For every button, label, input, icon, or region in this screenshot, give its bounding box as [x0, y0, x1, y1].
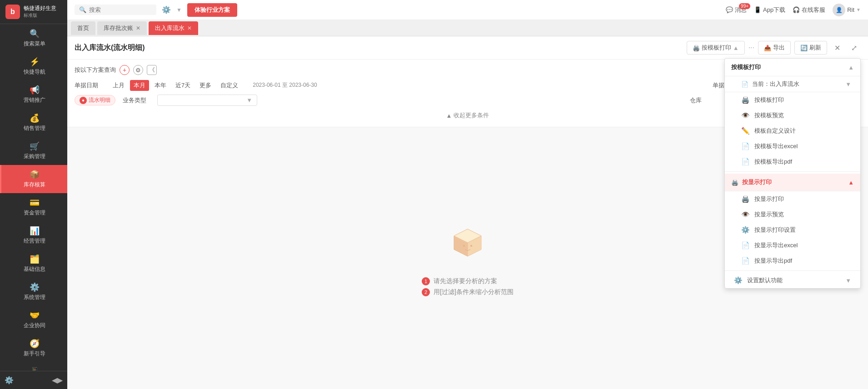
dropdown-item-display-export-excel[interactable]: 📄 按显示导出excel [725, 238, 860, 253]
dropdown-item-default-func-label: 设置默认功能 [747, 276, 783, 284]
dropdown-item-display-export-pdf[interactable]: 📄 按显示导出pdf [725, 253, 860, 269]
more-options-icon[interactable]: ··· [748, 44, 754, 52]
export-icon: 📤 [764, 45, 771, 51]
date-tab-this-year[interactable]: 本年 [151, 80, 170, 91]
step-2-num: 2 [422, 288, 430, 296]
sidebar: b 畅捷通好生意 标准版 🔍 搜索菜单 ⚡ 快捷导航 📢 营销推广 💰 [0, 0, 67, 389]
sidebar-item-purchase[interactable]: 🛒 采购管理 [0, 137, 67, 165]
export-button[interactable]: 📤 导出 [758, 41, 791, 55]
settings-bottom-icon[interactable]: ⚙️ [5, 376, 14, 384]
sidebar-item-cooperation[interactable]: 🤝 企业协同 [0, 306, 67, 334]
filter-settings-button[interactable]: ⚙ [133, 65, 143, 75]
dropdown-item-template-preview[interactable]: 👁️ 按模板预览 [725, 108, 860, 123]
topbar-chevron-icon[interactable]: ▼ [176, 7, 182, 13]
date-tab-last-month[interactable]: 上月 [109, 80, 128, 91]
filter-title-text: 按以下方案查询 [75, 66, 116, 74]
sidebar-item-base-info[interactable]: 🗂️ 基础信息 [0, 249, 67, 278]
system-icon: ⚙️ [30, 282, 40, 292]
tab-batch-account-close-icon[interactable]: ✕ [136, 25, 140, 31]
business-type-label: 业务类型 [123, 96, 150, 105]
collapse-sidebar-icon[interactable]: ◀▶ [52, 376, 63, 384]
sidebar-item-operations[interactable]: 📊 经营管理 [0, 221, 67, 249]
dropdown-item-display-preview-label: 按显示预览 [754, 210, 784, 219]
close-page-icon[interactable]: ✕ [831, 42, 844, 54]
business-type-select[interactable]: ▼ [157, 95, 257, 106]
template-print-button[interactable]: 🖨️ 按模板打印 ▲ [687, 41, 745, 55]
empty-steps: 1 请先选择要分析的方案 2 用[过滤]条件来缩小分析范围 [422, 277, 514, 299]
dropdown-item-template-export-excel-label: 按模板导出excel [754, 142, 798, 150]
expand-icon[interactable]: ⤢ [848, 42, 861, 54]
filter-tag-flow[interactable]: ● 流水明细 [75, 95, 115, 105]
marketing-icon: 📢 [30, 85, 40, 95]
dropdown-template-header: 按模板打印 ▲ [725, 59, 860, 76]
search-input[interactable] [89, 6, 144, 13]
dropdown-item-display-print[interactable]: 🖨️ 按显示打印 [725, 191, 860, 207]
topbar-right: 💬 消息 99+ 📱 App下载 🎧 在线客服 👤 Rit [726, 4, 861, 16]
dropdown-item-display-preview[interactable]: 👁️ 按显示预览 [725, 207, 860, 222]
online-service-button[interactable]: 🎧 在线客服 [793, 6, 825, 14]
topbar-gear-icon[interactable]: ⚙️ [162, 5, 171, 14]
document-icon: 📄 [741, 81, 748, 88]
refresh-label: 刷新 [809, 44, 821, 52]
tab-inout-flow[interactable]: 出入库流水 ✕ [149, 21, 198, 35]
refresh-button[interactable]: 🔄 刷新 [794, 41, 827, 55]
purchase-icon: 🛒 [30, 141, 40, 151]
dropdown-item-template-custom[interactable]: ✏️ 模板自定义设计 [725, 123, 860, 139]
dropdown-item-template-export-pdf[interactable]: 📄 按模板导出pdf [725, 154, 860, 170]
date-tabs: 上月 本月 本年 近7天 更多 自定义 [109, 80, 242, 91]
message-button[interactable]: 💬 消息 99+ [726, 6, 747, 14]
dropdown-item-default-func[interactable]: ⚙️ 设置默认功能 ▼ [725, 273, 860, 288]
logo-icon: b [5, 5, 20, 19]
date-tab-this-month[interactable]: 本月 [130, 80, 149, 91]
sidebar-footer: ⚙️ ◀▶ [0, 371, 67, 389]
topbar-search[interactable]: 🔍 [75, 5, 156, 15]
sidebar-item-sales[interactable]: 💰 销售管理 [0, 109, 67, 137]
tab-batch-account[interactable]: 库存批次账 ✕ [97, 21, 147, 35]
sidebar-item-finance[interactable]: 💳 资金管理 [0, 193, 67, 221]
dropdown-display-title: 按显示打印 [742, 178, 772, 186]
sidebar-item-inventory[interactable]: 📦 库存核算 [0, 165, 67, 193]
sidebar-item-search-menu[interactable]: 🔍 搜索菜单 [0, 24, 67, 52]
sidebar-item-guide[interactable]: 🧭 新手引导 [0, 334, 67, 362]
app-version: 标准版 [24, 12, 56, 19]
svg-point-5 [470, 245, 472, 247]
sidebar-item-label: 基础信息 [24, 265, 45, 273]
app-name-block: 畅捷通好生意 标准版 [24, 5, 56, 19]
sidebar-item-label: 企业协同 [24, 322, 45, 329]
date-tab-more[interactable]: 更多 [196, 80, 215, 91]
dropdown-item-template-preview-label: 按模板预览 [754, 111, 784, 120]
sidebar-item-label: 搜索菜单 [24, 40, 45, 48]
main-content: 🔍 ⚙️ ▼ 体验行业方案 💬 消息 99+ 📱 App下载 🎧 在线客服 [67, 0, 868, 389]
tab-inout-flow-close-icon[interactable]: ✕ [187, 25, 192, 31]
sidebar-item-system[interactable]: ⚙️ 系统管理 [0, 278, 67, 306]
user-profile[interactable]: 👤 Rit ▼ [833, 4, 861, 16]
chevron-up-icon: ▲ [446, 112, 452, 119]
dropdown-display-arrow-icon[interactable]: ▲ [848, 179, 854, 186]
date-range-display: 2023-06-01 至 2023-06-30 [253, 81, 317, 89]
sidebar-item-marketing[interactable]: 📢 营销推广 [0, 80, 67, 109]
template-print-label: 按模板打印 [702, 44, 731, 52]
filter-collapse-button[interactable]: 《 [147, 65, 157, 75]
date-tab-custom[interactable]: 自定义 [217, 80, 242, 91]
tab-home[interactable]: 首页 [71, 21, 95, 35]
sidebar-item-quick-nav[interactable]: ⚡ 快捷导航 [0, 52, 67, 80]
page-title: 出入库流水(流水明细) [75, 43, 145, 53]
step-1-num: 1 [422, 277, 430, 285]
dropdown-item-display-print-settings-label: 按显示打印设置 [754, 226, 796, 234]
date-tab-7days[interactable]: 近7天 [172, 80, 194, 91]
sidebar-item-app-center[interactable]: 📱 应用中心 [0, 362, 67, 371]
dropdown-item-display-print-settings[interactable]: ⚙️ 按显示打印设置 [725, 222, 860, 238]
dropdown-current-arrow-icon: ▼ [845, 81, 851, 88]
trial-button[interactable]: 体验行业方案 [187, 3, 237, 17]
dropdown-item-template-print[interactable]: 🖨️ 按模板打印 [725, 92, 860, 108]
tabs-bar: 首页 库存批次账 ✕ 出入库流水 ✕ [67, 20, 868, 36]
dropdown-template-arrow-icon[interactable]: ▲ [848, 64, 854, 71]
dropdown-current-template[interactable]: 📄 当前：出入库流水 ▼ [725, 76, 860, 92]
sidebar-nav: 🔍 搜索菜单 ⚡ 快捷导航 📢 营销推广 💰 销售管理 🛒 采购管理 📦 [0, 24, 67, 371]
message-icon: 💬 [726, 6, 733, 13]
inventory-icon: 📦 [30, 170, 40, 180]
app-download-button[interactable]: 📱 App下载 [754, 6, 785, 14]
filter-add-button[interactable]: + [120, 65, 130, 75]
dropdown-item-template-print-label: 按模板打印 [754, 96, 784, 104]
dropdown-item-template-export-excel[interactable]: 📄 按模板导出excel [725, 139, 860, 154]
